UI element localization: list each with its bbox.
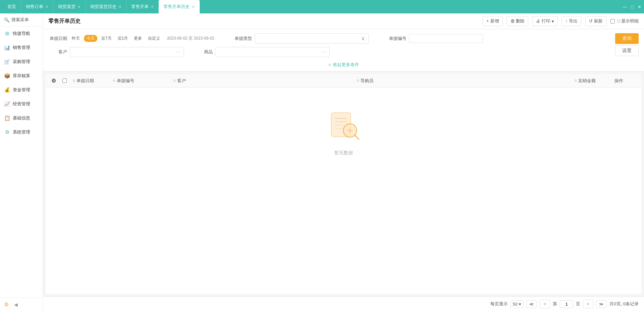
filter-section: 单据日期 昨天 今天 近7天 近1月 更多 自定义 2023-06-02 至 2…	[43, 29, 644, 71]
goods-dots-icon: ···	[321, 49, 326, 55]
tab-home[interactable]: 首页	[3, 0, 21, 13]
date-btn-yesterday[interactable]: 昨天	[70, 35, 82, 42]
customer-filter-label: 客户	[48, 49, 67, 55]
close-tab-sales-order[interactable]: ✕	[45, 5, 48, 9]
top-bar: 首页 销售订单 ✕ 销货退货 ✕ 销货退货历史 ✕ 零售开单 ✕ 零售开单历史 …	[0, 0, 644, 13]
operations-icon: 📈	[4, 101, 10, 107]
sidebar-bottom: ⚙ ◀	[0, 298, 43, 311]
num-filter-input[interactable]	[409, 34, 483, 43]
sort-customer-icon: ⇅	[173, 79, 176, 83]
customer-dots-icon: ···	[176, 49, 180, 55]
page-first-btn[interactable]: ≪	[526, 300, 537, 308]
sidebar-item-system[interactable]: ⚙ 系统管理	[0, 125, 43, 139]
close-tab-retail-history[interactable]: ✕	[192, 5, 195, 9]
tab-retail-order[interactable]: 零售开单 ✕	[127, 0, 159, 13]
date-btn-more[interactable]: 更多	[132, 35, 144, 42]
system-icon: ⚙	[4, 129, 10, 135]
refresh-button[interactable]: ↺ 刷新	[585, 16, 606, 26]
page-last-btn[interactable]: ≫	[596, 300, 607, 308]
delete-button[interactable]: 🗑 删除	[507, 16, 529, 26]
sidebar-item-operations[interactable]: 📈 经营管理	[0, 97, 43, 111]
empty-text: 暂无数据	[334, 150, 353, 156]
empty-illustration	[325, 108, 362, 145]
close-tab-return[interactable]: ✕	[78, 5, 81, 9]
date-filter-label: 单据日期	[48, 36, 67, 42]
sort-num-icon: ⇅	[113, 79, 115, 83]
page-prev-btn[interactable]: ＜	[540, 300, 550, 308]
date-btn-today[interactable]: 今天	[84, 35, 97, 42]
empty-state: 暂无数据	[46, 88, 641, 176]
search-icon: 🔍	[4, 17, 9, 22]
tab-retail-history[interactable]: 零售开单历史 ✕	[159, 0, 200, 13]
tab-sales-order[interactable]: 销售订单 ✕	[21, 0, 53, 13]
page-label: 第	[553, 301, 557, 307]
col-header-guide[interactable]: ⇅ 导购员	[354, 78, 394, 84]
sidebar-item-base-info[interactable]: 📋 基础信息	[0, 111, 43, 125]
window-close-btn[interactable]: ✕	[638, 4, 641, 9]
window-controls: — □ ✕	[623, 4, 641, 9]
print-arrow-icon: ▾	[552, 19, 554, 24]
col-header-customer[interactable]: ⇅ 客户	[170, 78, 354, 84]
table-header: ⚙ ⇅ 单据日期 ⇅ 单据编号 ⇅ 客户 ⇅ 导购员	[46, 74, 641, 88]
sales-icon: 📊	[4, 45, 10, 51]
query-btns: 查询 设置	[615, 33, 639, 56]
export-button[interactable]: ↑ 导出	[562, 16, 581, 26]
customer-filter-input[interactable]: ···	[70, 47, 184, 57]
per-page-arrow-icon: ▾	[519, 302, 521, 307]
date-range-display: 2023-06-02 至 2023-06-02	[167, 36, 214, 41]
sidebar-item-inventory[interactable]: 📦 库存核算	[0, 69, 43, 83]
sort-date-icon: ⇅	[72, 79, 75, 83]
sidebar-item-finance[interactable]: 💰 资金管理	[0, 83, 43, 97]
per-page-label: 每页显示	[490, 301, 508, 307]
per-page-select[interactable]: 50 ▾	[510, 300, 524, 308]
goods-filter-input[interactable]: ···	[215, 47, 330, 57]
close-tab-return-history[interactable]: ✕	[118, 5, 121, 9]
num-filter-label: 单据编号	[388, 36, 406, 42]
base-info-icon: 📋	[4, 115, 10, 121]
content-area: 零售开单历史 + 新增 🗑 删除 🖨 打印 ▾ ↑ 导出 ↺ 刷新 □ 显示明细	[43, 13, 644, 311]
date-btn-custom[interactable]: 自定义	[146, 35, 162, 42]
page-next-btn[interactable]: ＞	[583, 300, 593, 308]
table-select-all-checkbox[interactable]	[59, 79, 70, 83]
table-settings-icon[interactable]: ⚙	[48, 77, 59, 84]
goods-filter-label: 商品	[203, 49, 213, 55]
show-detail-checkbox[interactable]: □ 显示明细	[610, 18, 639, 24]
sidebar-search[interactable]: 🔍 搜索采单	[0, 13, 43, 27]
table-area: ⚙ ⇅ 单据日期 ⇅ 单据编号 ⇅ 客户 ⇅ 导购员	[46, 74, 641, 294]
close-tab-retail-order[interactable]: ✕	[151, 5, 154, 9]
col-header-amount[interactable]: ⇅ 实销金额	[572, 78, 612, 84]
minimize-btn[interactable]: —	[623, 4, 627, 9]
sidebar-item-quick-nav[interactable]: ⊞ 快捷导航	[0, 27, 43, 41]
page-of-label: 页	[576, 301, 580, 307]
tab-return-history[interactable]: 销货退货历史 ✕	[86, 0, 127, 13]
total-label: 共0页, 0条记录	[609, 301, 639, 307]
table-footer: 每页显示 50 ▾ ≪ ＜ 第 页 ＞ ≫ 共0页, 0条记录	[43, 297, 644, 311]
page-number-input[interactable]	[560, 300, 573, 308]
date-btn-1month[interactable]: 近1月	[116, 35, 130, 42]
finance-icon: 💰	[4, 87, 10, 93]
col-header-num[interactable]: ⇅ 单据编号	[110, 78, 170, 84]
filter-settings-button[interactable]: 设置	[615, 45, 639, 56]
sidebar-item-purchase[interactable]: 🛒 采购管理	[0, 55, 43, 69]
add-button[interactable]: + 新增	[483, 16, 502, 26]
maximize-btn[interactable]: □	[631, 4, 634, 9]
query-button[interactable]: 查询	[615, 33, 639, 44]
type-filter-label: 单据类型	[233, 36, 252, 42]
purchase-icon: 🛒	[4, 59, 10, 65]
date-btn-7days[interactable]: 近7天	[99, 35, 114, 42]
tab-return[interactable]: 销货退货 ✕	[53, 0, 86, 13]
quick-nav-icon: ⊞	[4, 31, 10, 37]
svg-line-8	[355, 135, 359, 139]
type-select[interactable]: ∨	[255, 33, 369, 44]
toolbar: 零售开单历史 + 新增 🗑 删除 🖨 打印 ▾ ↑ 导出 ↺ 刷新 □ 显示明细	[43, 13, 644, 29]
page-title: 零售开单历史	[48, 18, 479, 25]
collapse-filter-btn[interactable]: ∧ 收起更多条件	[325, 60, 362, 69]
inventory-icon: 📦	[4, 73, 10, 79]
col-header-action: 操作	[612, 78, 639, 84]
print-button[interactable]: 🖨 打印 ▾	[532, 16, 558, 26]
sidebar: 🔍 搜索采单 ⊞ 快捷导航 📊 销售管理 🛒 采购管理 📦 库存核算 💰 资金管…	[0, 13, 43, 311]
col-header-date[interactable]: ⇅ 单据日期	[70, 78, 110, 84]
sidebar-item-sales[interactable]: 📊 销售管理	[0, 41, 43, 55]
settings-bottom-icon[interactable]: ⚙	[4, 301, 9, 308]
collapse-sidebar-icon[interactable]: ◀	[14, 302, 18, 307]
